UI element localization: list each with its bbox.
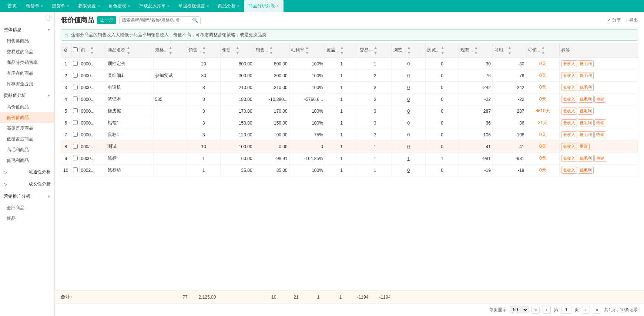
col-browse1[interactable]: 浏览...▲▼	[392, 43, 426, 58]
first-page-btn[interactable]: «	[531, 306, 540, 314]
col-sale-profit[interactable]: 销售...▲▼	[254, 43, 289, 58]
cell-code: 0000...	[79, 117, 106, 129]
sidebar-item-sales-goods[interactable]: 销售类商品	[0, 36, 54, 47]
col-coverage[interactable]: 覆盖...▲▼	[325, 43, 358, 58]
cell-browse1[interactable]: 0	[392, 141, 426, 153]
sidebar-item-inventory-funds[interactable]: 库存资金占用	[0, 79, 54, 89]
row-checkbox[interactable]	[73, 108, 78, 113]
sidebar: 《 整体信息 ▼ 销售类商品 交易过的商品 商品分类销售率 有库存的商品 库存资…	[0, 12, 55, 316]
row-checkbox[interactable]	[73, 144, 78, 149]
col-settings[interactable]: ⚙	[61, 43, 71, 58]
col-current-stock[interactable]: 现有...▲▼	[459, 43, 493, 58]
row-checkbox[interactable]	[73, 85, 78, 89]
cell-browse1[interactable]: 0	[392, 82, 426, 94]
nav-roles-close[interactable]: ×	[128, 4, 130, 8]
per-page-select[interactable]: 50 100 200	[510, 306, 529, 313]
tag: 低收入	[561, 84, 577, 91]
sidebar-item-low-margin[interactable]: 低毛利商品	[0, 155, 54, 166]
export-button[interactable]: ↓ 导出	[625, 17, 638, 23]
cell-gross-rate: 100%	[289, 117, 325, 129]
share-button[interactable]: ↗ 分享	[607, 17, 621, 23]
row-checkbox[interactable]	[73, 167, 78, 172]
cell-available: -106	[492, 129, 526, 141]
nav-sales[interactable]: 销货单 ×	[21, 0, 47, 12]
cell-browse1[interactable]: 0	[392, 70, 426, 82]
cell-saleable: 0天	[526, 70, 560, 82]
col-sale-qty[interactable]: 销售...▲▼	[187, 43, 221, 58]
col-name[interactable]: 商品名称▲▼	[106, 43, 153, 58]
sidebar-item-traded-goods[interactable]: 交易过的商品	[0, 47, 54, 57]
row-checkbox[interactable]	[73, 73, 78, 78]
cell-browse1[interactable]: 0	[392, 105, 426, 117]
col-spec[interactable]: 规格...▲▼	[153, 43, 187, 58]
top-navigation: 首页 销货单 × 进货单 × 权限设置 × 角色授权 × 产成品入库单 × 单据…	[0, 0, 644, 12]
nav-roles[interactable]: 角色授权 ×	[104, 0, 134, 12]
search-input[interactable]	[122, 17, 191, 23]
cell-browse2: 0	[425, 141, 459, 153]
col-sale-price[interactable]: 销售...▲▼	[221, 43, 254, 58]
col-trade[interactable]: 交易...▲▼	[358, 43, 392, 58]
nav-product-analysis-list[interactable]: 商品分析列表 ×	[244, 0, 283, 12]
nav-product-analysis-close[interactable]: ×	[237, 4, 239, 8]
period-button[interactable]: 近一月	[97, 16, 116, 24]
select-all-checkbox[interactable]	[73, 47, 78, 52]
row-checkbox[interactable]	[73, 132, 78, 137]
next-page-btn[interactable]: ›	[582, 306, 590, 314]
page-input[interactable]	[561, 306, 571, 314]
sidebar-item-category-sales-rate[interactable]: 商品分类销售率	[0, 57, 54, 68]
cell-code: 0000...	[79, 82, 106, 94]
sidebar-item-high-value[interactable]: 高价值商品	[0, 102, 54, 112]
nav-finished-goods[interactable]: 产成品入库单 ×	[135, 0, 174, 12]
footer-sale-price: 2,125.00	[196, 295, 218, 300]
sidebar-item-new-products[interactable]: 新品	[0, 213, 54, 224]
sidebar-item-low-value[interactable]: 低价值商品	[0, 112, 54, 123]
sidebar-section-overall[interactable]: 整体信息 ▼	[0, 24, 54, 36]
nav-sales-close[interactable]: ×	[41, 4, 43, 8]
prev-page-btn[interactable]: ‹	[543, 306, 551, 314]
nav-finished-goods-close[interactable]: ×	[167, 4, 170, 8]
sidebar-section-contribution[interactable]: 贡献值分析 ▼	[0, 89, 54, 102]
sidebar-collapse-btn[interactable]: 《	[46, 15, 51, 21]
cell-sale-qty: 20	[187, 58, 221, 70]
sidebar-item-stocked-goods[interactable]: 有库存的商品	[0, 68, 54, 79]
row-checkbox[interactable]	[73, 156, 78, 160]
last-page-btn[interactable]: »	[593, 306, 601, 314]
cell-browse1[interactable]: 1	[392, 153, 426, 164]
sidebar-section-marketing[interactable]: 营销推广分析 ▼	[0, 190, 54, 203]
cell-name: 笔记本	[106, 94, 153, 105]
cell-browse1[interactable]: 0	[392, 164, 426, 176]
sidebar-section-contribution-items: 高价值商品 低价值商品 高覆盖度商品 低覆盖度商品 高毛利商品 低毛利商品	[0, 102, 54, 166]
nav-product-analysis-list-close[interactable]: ×	[276, 4, 279, 8]
col-available[interactable]: 可用...▲▼	[492, 43, 526, 58]
col-saleable[interactable]: 可销...▲▼	[526, 43, 560, 58]
col-gross-rate[interactable]: 毛利率▲▼	[289, 43, 325, 58]
nav-product-analysis[interactable]: 商品分析 ×	[214, 0, 244, 12]
sidebar-item-low-coverage[interactable]: 低覆盖度商品	[0, 134, 54, 145]
row-checkbox[interactable]	[73, 61, 78, 66]
nav-permissions-close[interactable]: ×	[97, 4, 100, 8]
cell-browse1[interactable]: 0	[392, 94, 426, 105]
nav-home[interactable]: 首页	[3, 0, 21, 12]
sidebar-item-all-products[interactable]: 全部商品	[0, 203, 54, 213]
cell-browse1[interactable]: 0	[392, 117, 426, 129]
col-browse2[interactable]: 浏览...▲▼	[425, 43, 459, 58]
col-code[interactable]: 商...▲▼	[79, 43, 106, 58]
sidebar-item-high-margin[interactable]: 高毛利商品	[0, 145, 54, 155]
sidebar-section-liquidity[interactable]: ▷ 流通性分析	[0, 166, 54, 178]
nav-template[interactable]: 单据模板设置 ×	[174, 0, 213, 12]
nav-purchase-close[interactable]: ×	[67, 4, 69, 8]
row-checkbox[interactable]	[73, 96, 78, 101]
cell-trade: 3	[358, 105, 392, 117]
cell-gross-rate: 0	[289, 141, 325, 153]
cell-sale-profit: 90.00	[254, 129, 289, 141]
nav-permissions[interactable]: 权限设置 ×	[74, 0, 104, 12]
sidebar-section-growth[interactable]: ▷ 成长性分析	[0, 178, 54, 190]
nav-purchase[interactable]: 进货单 ×	[47, 0, 73, 12]
cell-browse1[interactable]: 0	[392, 129, 426, 141]
nav-template-close[interactable]: ×	[207, 4, 209, 8]
search-icon[interactable]: 🔍	[192, 17, 198, 23]
sidebar-item-high-coverage[interactable]: 高覆盖度商品	[0, 123, 54, 134]
cell-browse1[interactable]: 0	[392, 58, 426, 70]
tag: 低收入	[561, 167, 577, 174]
row-checkbox[interactable]	[73, 120, 78, 125]
